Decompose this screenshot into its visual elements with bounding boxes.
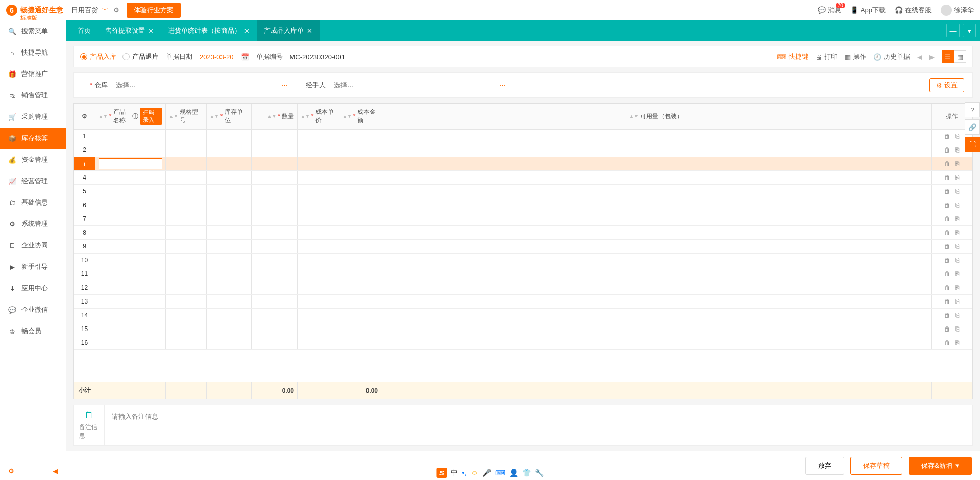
table-row[interactable]: 16🗑⎘ <box>74 336 972 350</box>
tab-0[interactable]: 首页 <box>70 20 98 41</box>
print-link[interactable]: 🖨 打印 <box>816 52 838 61</box>
table-row[interactable]: 4🗑⎘ <box>74 171 972 185</box>
table-row[interactable]: 11🗑⎘ <box>74 267 972 281</box>
copy-icon[interactable]: ⎘ <box>955 174 959 181</box>
download-link[interactable]: 📱 App下载 <box>850 6 886 15</box>
table-row[interactable]: 14🗑⎘ <box>74 309 972 322</box>
col-available[interactable]: ▲▼可用量（包装） <box>381 104 932 129</box>
table-row[interactable]: 6🗑⎘ <box>74 198 972 212</box>
table-row[interactable]: 1🗑⎘ <box>74 130 972 143</box>
radio-product-in[interactable]: 产品入库 <box>80 52 116 61</box>
sidebar-item-12[interactable]: ⬇应用中心 <box>0 277 66 299</box>
copy-icon[interactable]: ⎘ <box>955 146 959 154</box>
close-icon[interactable]: ✕ <box>307 27 312 35</box>
delete-icon[interactable]: 🗑 <box>944 243 950 250</box>
delete-icon[interactable]: 🗑 <box>944 284 950 291</box>
grid-view-button[interactable]: ▦ <box>954 50 966 63</box>
operate-link[interactable]: ▦ 操作 <box>845 52 866 61</box>
gear-icon[interactable]: ⚙ <box>113 6 119 14</box>
sidebar-item-6[interactable]: 💰资金管理 <box>0 149 66 170</box>
tab-3[interactable]: 产成品入库单✕ <box>257 20 320 41</box>
sidebar-item-0[interactable]: 🔍搜索菜单 <box>0 20 66 42</box>
table-row[interactable]: 2🗑⎘ <box>74 143 972 157</box>
table-row[interactable]: 9🗑⎘ <box>74 240 972 254</box>
settings-button[interactable]: ⚙ 设置 <box>929 78 964 92</box>
sidebar-item-11[interactable]: ▶新手引导 <box>0 256 66 277</box>
dock-link-icon[interactable]: 🔗 <box>965 119 980 135</box>
tabbar-menu-button[interactable]: ▾ <box>963 24 976 37</box>
add-row-icon[interactable]: + <box>80 159 89 168</box>
copy-icon[interactable]: ⎘ <box>955 243 959 250</box>
ime-tool-icon[interactable]: 🔧 <box>535 469 544 477</box>
sidebar-item-8[interactable]: 🗂基础信息 <box>0 192 66 213</box>
table-row[interactable]: 15🗑⎘ <box>74 322 972 336</box>
col-spec[interactable]: ▲▼规格型号 <box>166 104 207 129</box>
cta-button[interactable]: 体验行业方案 <box>127 3 181 18</box>
radio-product-out[interactable]: 产品退库 <box>122 52 159 61</box>
copy-icon[interactable]: ⎘ <box>955 270 959 277</box>
sidebar-item-2[interactable]: 🎁营销推广 <box>0 63 66 85</box>
table-row[interactable]: 10🗑⎘ <box>74 254 972 267</box>
sidebar-item-13[interactable]: 💬企业微信 <box>0 299 66 320</box>
table-row[interactable]: +🗑⎘ <box>74 157 972 171</box>
save-new-button[interactable]: 保存&新增▾ <box>909 457 972 475</box>
history-link[interactable]: 🕘 历史单据 <box>873 52 910 61</box>
col-settings[interactable]: ⚙ <box>74 104 95 129</box>
ime-punct-icon[interactable]: •, <box>462 469 467 477</box>
scan-button[interactable]: 扫码录入 <box>140 108 162 125</box>
sidebar-item-9[interactable]: ⚙系统管理 <box>0 213 66 235</box>
table-row[interactable]: 13🗑⎘ <box>74 295 972 309</box>
category-selector[interactable]: 日用百货 ﹀ <box>71 6 108 15</box>
delete-icon[interactable]: 🗑 <box>944 312 950 319</box>
delete-icon[interactable]: 🗑 <box>944 174 950 181</box>
tab-2[interactable]: 进货单统计表（按商品）✕ <box>161 20 257 41</box>
close-icon[interactable]: ✕ <box>148 27 154 35</box>
close-icon[interactable]: ✕ <box>244 27 250 35</box>
delete-icon[interactable]: 🗑 <box>944 188 950 195</box>
table-row[interactable]: 7🗑⎘ <box>74 212 972 226</box>
delete-icon[interactable]: 🗑 <box>944 298 950 305</box>
sidebar-item-14[interactable]: ♔畅会员 <box>0 320 66 342</box>
delete-icon[interactable]: 🗑 <box>944 270 950 277</box>
tabbar-minimize-button[interactable]: — <box>946 24 960 37</box>
ime-lang-icon[interactable]: 中 <box>451 468 458 477</box>
copy-icon[interactable]: ⎘ <box>955 284 959 291</box>
delete-icon[interactable]: 🗑 <box>944 229 950 236</box>
delete-icon[interactable]: 🗑 <box>944 133 950 140</box>
sidebar-settings-icon[interactable]: ⚙ <box>8 467 14 475</box>
ime-skin-icon[interactable]: 👕 <box>522 469 531 477</box>
sidebar-item-3[interactable]: 🛍销售管理 <box>0 85 66 106</box>
copy-icon[interactable]: ⎘ <box>955 339 959 346</box>
discard-button[interactable]: 放弃 <box>805 457 844 475</box>
copy-icon[interactable]: ⎘ <box>955 325 959 333</box>
sidebar-item-7[interactable]: 📈经营管理 <box>0 170 66 192</box>
handler-input[interactable] <box>331 79 494 91</box>
col-price[interactable]: ▲▼*成本单价 <box>298 104 339 129</box>
doc-date-value[interactable]: 2023-03-20 <box>200 53 234 61</box>
sidebar-item-10[interactable]: 🗒企业协同 <box>0 235 66 256</box>
dock-help-icon[interactable]: ? <box>965 102 980 117</box>
copy-icon[interactable]: ⎘ <box>955 160 959 167</box>
col-product-name[interactable]: ▲▼*产品名称ⓘ扫码录入 <box>95 104 166 129</box>
delete-icon[interactable]: 🗑 <box>944 325 950 333</box>
prev-icon[interactable]: ◀ <box>917 53 922 61</box>
delete-icon[interactable]: 🗑 <box>944 257 950 264</box>
sidebar-item-1[interactable]: ⌂快捷导航 <box>0 42 66 63</box>
col-unit[interactable]: ▲▼*库存单位 <box>207 104 252 129</box>
table-row[interactable]: 5🗑⎘ <box>74 185 972 198</box>
delete-icon[interactable]: 🗑 <box>944 215 950 222</box>
calendar-icon[interactable]: 📅 <box>241 53 249 61</box>
sogou-icon[interactable]: S <box>436 468 447 478</box>
list-view-button[interactable]: ☰ <box>942 50 954 63</box>
col-qty[interactable]: ▲▼*数量 <box>252 104 298 129</box>
copy-icon[interactable]: ⎘ <box>955 298 959 305</box>
ime-mic-icon[interactable]: 🎤 <box>482 469 491 477</box>
col-amount[interactable]: ▲▼*成本金额 <box>339 104 381 129</box>
sidebar-collapse-icon[interactable]: ◀ <box>53 467 58 475</box>
user-menu[interactable]: 徐泽华 <box>941 5 974 16</box>
delete-icon[interactable]: 🗑 <box>944 339 950 346</box>
table-row[interactable]: 12🗑⎘ <box>74 281 972 295</box>
shortcut-link[interactable]: ⌨ 快捷键 <box>777 52 808 61</box>
copy-icon[interactable]: ⎘ <box>955 257 959 264</box>
copy-icon[interactable]: ⎘ <box>955 312 959 319</box>
